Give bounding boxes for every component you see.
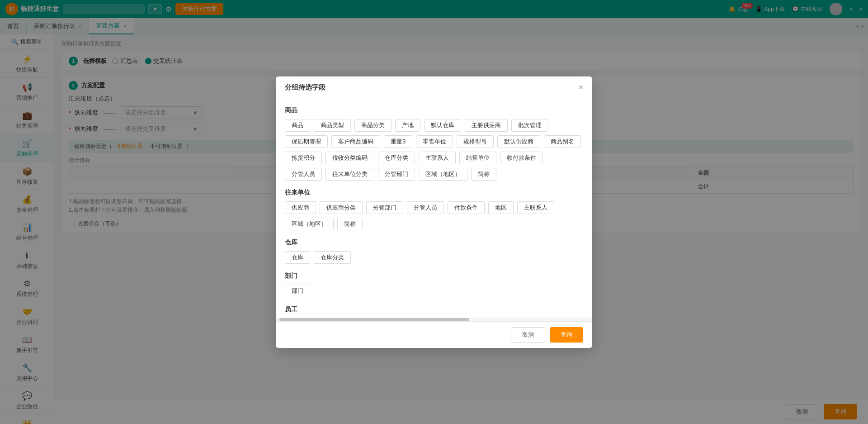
field-tag[interactable]: 区域（地区）: [285, 218, 334, 230]
field-tags-product: 商品 商品类型 商品分类 产地 默认仓库 主要供应商 批次管理 保质期管理 客户…: [285, 119, 583, 181]
field-group-department: 部门 部门: [285, 272, 583, 297]
field-tag[interactable]: 默认仓库: [424, 119, 461, 132]
field-tags-partner: 供应商 供应商分类 分管部门 分管人员 付款条件 地区 主联系人 区域（地区） …: [285, 201, 583, 230]
field-tag[interactable]: 区域（地区）: [419, 168, 467, 181]
field-tag[interactable]: 商品: [285, 119, 310, 132]
field-tag[interactable]: 商品类型: [314, 119, 351, 132]
field-tag[interactable]: 仓库: [285, 251, 310, 264]
field-tag[interactable]: 主联系人: [517, 201, 554, 214]
field-tag[interactable]: 地区: [488, 201, 514, 214]
modal-header: 分组待选字段 ×: [276, 76, 592, 99]
field-tag[interactable]: 税收分类编码: [326, 152, 374, 164]
field-tag[interactable]: 客户商品编码: [331, 135, 380, 148]
modal-body: 商品 商品 商品类型 商品分类 产地 默认仓库 主要供应商 批次管理 保质期管理…: [276, 99, 592, 318]
field-group-warehouse: 仓库 仓库 仓库分类: [285, 238, 583, 264]
modal-confirm-button[interactable]: 查询: [550, 327, 583, 343]
field-tag[interactable]: 仓库分类: [378, 152, 415, 164]
field-tag[interactable]: 供应商: [285, 201, 316, 214]
field-tags-department: 部门: [285, 285, 583, 297]
field-tag[interactable]: 仓库分类: [314, 251, 351, 264]
field-tag[interactable]: 分管人员: [285, 168, 322, 181]
modal-footer: 取消 查询: [276, 321, 592, 348]
field-tag[interactable]: 默认供应商: [497, 135, 540, 148]
field-tag[interactable]: 付款条件: [448, 201, 485, 214]
field-tag[interactable]: 保质期管理: [285, 135, 328, 148]
field-group-product: 商品 商品 商品类型 商品分类 产地 默认仓库 主要供应商 批次管理 保质期管理…: [285, 106, 583, 181]
field-tag[interactable]: 产地: [395, 119, 420, 132]
field-tag[interactable]: 重量3: [384, 135, 412, 148]
hscroll-thumb[interactable]: [279, 318, 469, 321]
modal: 分组待选字段 × 商品 商品 商品类型 商品分类 产地 默认仓库 主要供应商 批…: [276, 76, 592, 348]
modal-cancel-button[interactable]: 取消: [511, 327, 545, 343]
field-tag[interactable]: 收付款条件: [500, 152, 543, 164]
field-group-warehouse-title: 仓库: [285, 238, 583, 247]
field-tags-warehouse: 仓库 仓库分类: [285, 251, 583, 264]
field-tag[interactable]: 往来单位分类: [326, 168, 374, 181]
modal-overlay: 分组待选字段 × 商品 商品 商品类型 商品分类 产地 默认仓库 主要供应商 批…: [0, 0, 868, 424]
field-group-partner: 往来单位 供应商 供应商分类 分管部门 分管人员 付款条件 地区 主联系人 区域…: [285, 189, 583, 230]
field-group-employee-title: 员工: [285, 305, 583, 314]
field-tag[interactable]: 简称: [337, 218, 363, 230]
field-tag[interactable]: 拣货积分: [285, 152, 322, 164]
field-group-product-title: 商品: [285, 106, 583, 114]
field-tag[interactable]: 分管人员: [407, 201, 444, 214]
field-tag[interactable]: 分管部门: [366, 201, 403, 214]
field-tag[interactable]: 分管部门: [378, 168, 415, 181]
field-tag[interactable]: 零售单位: [416, 135, 453, 148]
modal-title: 分组待选字段: [285, 83, 326, 92]
field-group-department-title: 部门: [285, 272, 583, 280]
field-tag[interactable]: 主联系人: [419, 152, 456, 164]
field-tag[interactable]: 结算单位: [459, 152, 496, 164]
field-tag[interactable]: 主要供应商: [465, 119, 508, 132]
field-tag[interactable]: 商品分类: [354, 119, 392, 132]
field-tag[interactable]: 批次管理: [511, 119, 548, 132]
field-tag[interactable]: 部门: [285, 285, 310, 297]
field-tag[interactable]: 简称: [471, 168, 496, 181]
field-group-partner-title: 往来单位: [285, 189, 583, 197]
modal-close-button[interactable]: ×: [578, 83, 583, 92]
modal-hscrollbar[interactable]: [276, 318, 592, 321]
field-tag[interactable]: 规格型号: [457, 135, 494, 148]
field-tag[interactable]: 商品别名: [544, 135, 581, 148]
field-group-employee: 员工 业务员: [285, 305, 583, 318]
field-tag[interactable]: 供应商分类: [320, 201, 363, 214]
